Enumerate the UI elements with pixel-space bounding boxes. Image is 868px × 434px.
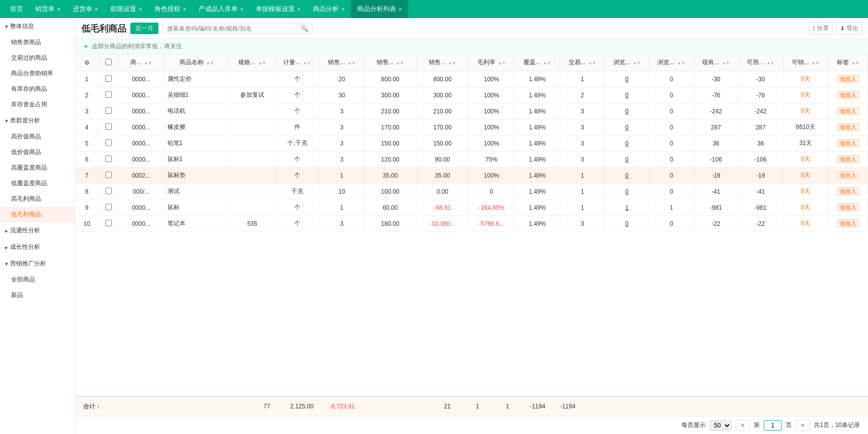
col-name[interactable]: 商品名称 ▲▼ — [164, 54, 229, 71]
sidebar-group-cluster[interactable]: ▾ 类群度分析 — [0, 112, 75, 129]
row-checkbox[interactable] — [99, 200, 118, 216]
select-all-checkbox[interactable] — [105, 59, 112, 65]
row-checkbox[interactable] — [99, 135, 118, 152]
nav-purchase-order[interactable]: 进货单 ✕ — [67, 0, 104, 18]
sidebar-item-low-margin[interactable]: 低毛利商品 — [0, 207, 75, 222]
sort-icon[interactable]: ▲▼ — [588, 61, 596, 65]
sidebar-item-all-products[interactable]: 全部商品 — [0, 272, 75, 287]
row-select-checkbox[interactable] — [105, 107, 112, 114]
sidebar-item-high-value[interactable]: 高价值商品 — [0, 129, 75, 144]
col-sales-amount[interactable]: 销售... ▲▼ — [364, 54, 416, 71]
sort-icon[interactable]: ▲▼ — [144, 61, 152, 65]
sidebar-item-category-rate[interactable]: 商品分类助销率 — [0, 66, 75, 81]
col-current-stock[interactable]: 现有... ▲▼ — [693, 54, 738, 71]
row-checkbox[interactable] — [99, 87, 118, 103]
row-checkbox[interactable] — [99, 168, 118, 184]
row-select-checkbox[interactable] — [105, 139, 112, 146]
search-input[interactable] — [167, 25, 299, 32]
sort-icon[interactable]: ▲▼ — [633, 61, 641, 65]
sidebar-group-growth[interactable]: ▸ 成长性分析 — [0, 239, 75, 255]
row-spec — [229, 152, 275, 168]
sort-icon[interactable]: ▲▼ — [811, 61, 819, 65]
col-trade-count[interactable]: 交易... ▲▼ — [560, 54, 605, 71]
col-sellable-days[interactable]: 可销... ▲▼ — [783, 54, 828, 71]
close-icon[interactable]: ✕ — [240, 7, 244, 12]
row-checkbox[interactable] — [99, 119, 118, 135]
row-select-checkbox[interactable] — [105, 91, 112, 98]
sidebar-item-stock-capital[interactable]: 库存资金占用 — [0, 97, 75, 112]
sort-icon[interactable]: ▲▼ — [206, 61, 214, 65]
close-icon[interactable]: ✕ — [57, 7, 61, 12]
sidebar-item-high-margin[interactable]: 高毛利商品 — [0, 191, 75, 207]
sort-icon[interactable]: ▲▼ — [258, 61, 266, 65]
page-number-input[interactable] — [764, 420, 782, 430]
next-page-button[interactable]: ＞ — [796, 419, 810, 431]
col-sales-profit[interactable]: 销售... ▲▼ — [416, 54, 468, 71]
sidebar-item-sales-products[interactable]: 销售类商品 — [0, 35, 75, 50]
nav-sales-order[interactable]: 销货单 ✕ — [29, 0, 67, 18]
close-icon[interactable]: ✕ — [398, 7, 402, 12]
nav-template-settings[interactable]: 单据模板设置 ✕ — [250, 0, 307, 18]
sidebar-item-new-products[interactable]: 新品 — [0, 287, 75, 303]
row-checkbox[interactable] — [99, 103, 118, 119]
sort-icon[interactable]: ▲▼ — [303, 61, 311, 65]
sort-icon[interactable]: ▲▼ — [348, 61, 356, 65]
sidebar-item-high-coverage[interactable]: 高覆盖度商品 — [0, 160, 75, 176]
sidebar-group-marketing[interactable]: ▾ 营销推广分析 — [0, 255, 75, 272]
row-checkbox[interactable] — [99, 152, 118, 168]
col-spec[interactable]: 规格... ▲▼ — [229, 54, 275, 71]
nav-home[interactable]: 首页 — [4, 0, 29, 18]
nav-permissions[interactable]: 权限设置 ✕ — [104, 0, 148, 18]
sidebar-item-low-value[interactable]: 低价值商品 — [0, 144, 75, 160]
sort-icon[interactable]: ▲▼ — [543, 61, 551, 65]
nav-product-analysis[interactable]: 商品分析 ✕ — [307, 0, 351, 18]
col-unit[interactable]: 计量... ▲▼ — [275, 54, 319, 71]
col-gross-margin[interactable]: 毛利率 ▲▼ — [468, 54, 514, 71]
sort-icon[interactable]: ▲▼ — [448, 61, 456, 65]
sort-icon[interactable]: ▲▼ — [851, 61, 859, 65]
sidebar-item-traded-products[interactable]: 交易过的商品 — [0, 50, 75, 66]
sort-icon[interactable]: ▲▼ — [722, 61, 730, 65]
sort-icon[interactable]: ▲▼ — [766, 61, 774, 65]
sidebar-group-general[interactable]: ▾ 整体信息 — [0, 18, 75, 35]
sidebar-group-liquidity[interactable]: ▸ 流通性分析 — [0, 222, 75, 239]
prev-page-button[interactable]: ＜ — [736, 419, 750, 431]
sort-icon[interactable]: ▲▼ — [396, 61, 404, 65]
sort-icon[interactable]: ▲▼ — [677, 61, 685, 65]
row-select-checkbox[interactable] — [105, 156, 112, 162]
share-button[interactable]: ⤴ 分享 — [809, 22, 832, 35]
sidebar-item-low-coverage[interactable]: 低覆盖度商品 — [0, 176, 75, 191]
row-select-checkbox[interactable] — [105, 220, 112, 226]
close-icon[interactable]: ✕ — [341, 7, 345, 12]
row-select-checkbox[interactable] — [105, 123, 112, 130]
col-sales-qty[interactable]: 销售... ▲▼ — [319, 54, 364, 71]
col-tag[interactable]: 标签 ▲▼ — [828, 54, 867, 71]
sort-icon[interactable]: ▲▼ — [498, 61, 506, 65]
nav-role-auth[interactable]: 角色授权 ✕ — [148, 0, 193, 18]
per-page-select[interactable]: 50 — [710, 420, 732, 431]
col-code[interactable]: 商... ▲▼ — [118, 54, 164, 71]
col-views2[interactable]: 浏览... ▲▼ — [649, 54, 694, 71]
nav-product-entry[interactable]: 产成品入库单 ✕ — [193, 0, 250, 18]
export-button[interactable]: ⬇ 导出 — [836, 22, 862, 35]
close-icon[interactable]: ✕ — [138, 7, 142, 12]
col-available[interactable]: 可用... ▲▼ — [738, 54, 783, 71]
nav-product-analysis-list[interactable]: 商品分析列表 ✕ — [351, 0, 408, 18]
period-button[interactable]: 近一月 — [130, 23, 158, 34]
col-settings[interactable]: ⚙ — [75, 54, 99, 71]
col-views1[interactable]: 浏览... ▲▼ — [605, 54, 649, 71]
row-select-checkbox[interactable] — [105, 172, 112, 178]
row-select-checkbox[interactable] — [105, 188, 112, 194]
close-icon[interactable]: ✕ — [94, 7, 98, 12]
row-select-checkbox[interactable] — [105, 75, 112, 82]
row-code: 000/... — [118, 184, 164, 200]
settings-icon[interactable]: ⚙ — [84, 59, 90, 66]
col-coverage[interactable]: 覆盖... ▲▼ — [514, 54, 560, 71]
sidebar-item-in-stock[interactable]: 有库存的商品 — [0, 81, 75, 97]
row-checkbox[interactable] — [99, 216, 118, 232]
row-checkbox[interactable] — [99, 184, 118, 200]
row-checkbox[interactable] — [99, 71, 118, 87]
row-select-checkbox[interactable] — [105, 204, 112, 210]
close-icon[interactable]: ✕ — [297, 7, 301, 12]
close-icon[interactable]: ✕ — [183, 7, 187, 12]
